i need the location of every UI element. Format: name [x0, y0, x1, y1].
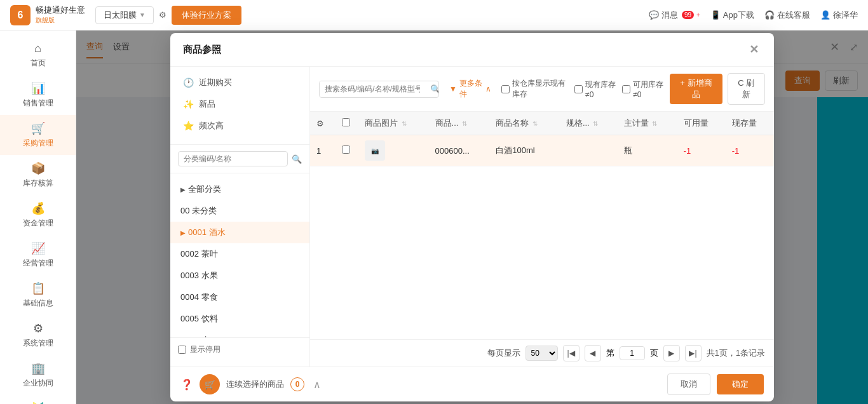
sidebar-label-finance: 资金管理 [23, 218, 53, 229]
first-page-btn[interactable]: |◀ [563, 345, 580, 361]
th-unit-label: 主计量 [624, 118, 649, 128]
sidebar-item-purchase[interactable]: 🛒 采购管理 [0, 115, 76, 155]
quick-frequent[interactable]: ⭐ 频次高 [178, 115, 302, 137]
sidebar-item-system[interactable]: ⚙ 系统管理 [0, 315, 76, 355]
cancel-btn[interactable]: 取消 [667, 374, 710, 395]
sidebar-item-stock[interactable]: 📦 库存核算 [0, 155, 76, 195]
sidebar-label-stock: 库存核算 [23, 178, 53, 189]
usable-ne0-label[interactable]: 可用库存≠0 [622, 79, 665, 99]
stock-ne0-checkbox[interactable] [574, 85, 583, 93]
ops-icon: 📈 [31, 241, 45, 255]
cat-0004[interactable]: 0004 零食 [170, 286, 309, 308]
user-menu[interactable]: 👤 徐泽华 [820, 10, 858, 21]
th-name[interactable]: 商品名称 ⇅ [489, 112, 560, 135]
sidebar-item-finance[interactable]: 💰 资金管理 [0, 195, 76, 235]
cat-0001-label: 0001 酒水 [188, 227, 226, 238]
cat-0005[interactable]: 0005 饮料 [170, 308, 309, 330]
modal-close-btn[interactable]: ✕ [746, 42, 761, 57]
sidebar-item-guide[interactable]: 🔰 新手引导 [0, 395, 76, 404]
table-body: 1 📷 000600... 白酒100ml 瓶 -1 -1 [310, 135, 774, 166]
app-download-btn[interactable]: 📱 App下载 [710, 10, 754, 21]
cell-stock: -1 [726, 135, 774, 166]
per-page-label: 每页显示 [487, 347, 520, 359]
th-spec[interactable]: 规格... ⇅ [560, 112, 618, 135]
page-number-input[interactable] [620, 346, 645, 360]
collapse-footer-btn[interactable]: ∧ [313, 379, 321, 391]
help-icon[interactable]: ❓ [180, 379, 193, 391]
sidebar-item-enterprise[interactable]: 🏢 企业协同 [0, 355, 76, 395]
filter-icon: ▼ [449, 84, 457, 93]
arrow-icon: ▶ [180, 186, 186, 193]
th-img[interactable]: 商品图片 ⇅ [358, 112, 429, 135]
messages-btn[interactable]: 💬 消息 99 [649, 10, 700, 21]
warehouse-check-label[interactable]: 按仓库显示现有库存 [501, 78, 569, 100]
per-page-select[interactable]: 50 10 20 100 [526, 346, 558, 361]
trial-btn[interactable]: 体验行业方案 [172, 6, 241, 25]
th-unit[interactable]: 主计量 ⇅ [618, 112, 677, 135]
cat-0008[interactable]: 0008 水 [170, 330, 309, 337]
sidebar-item-basic[interactable]: 📋 基础信息 [0, 275, 76, 315]
th-code[interactable]: 商品... ⇅ [429, 112, 490, 135]
cat-0005-label: 0005 饮料 [180, 313, 218, 325]
top-nav: 6 畅捷通好生意 旗舰版 日太阳膜 ▼ ⚙ 体验行业方案 💬 消息 99 📱 A… [0, 0, 868, 30]
th-gear[interactable]: ⚙ [310, 112, 336, 135]
headset-icon: 🎧 [764, 10, 775, 20]
row-checkbox[interactable] [342, 145, 350, 154]
last-page-btn[interactable]: ▶| [685, 345, 702, 361]
cat-00[interactable]: 00 未分类 [170, 200, 309, 222]
modal-title: 商品参照 [183, 44, 221, 56]
refresh-btn[interactable]: C 刷新 [728, 73, 765, 105]
page-word2: 页 [650, 347, 658, 359]
select-all-checkbox[interactable] [342, 118, 350, 126]
cat-all[interactable]: ▶ 全部分类 [170, 178, 309, 200]
quick-recent[interactable]: 🕐 近期购买 [178, 72, 302, 93]
home-icon: ⌂ [34, 42, 41, 55]
cat-active-arrow: ▶ [180, 229, 186, 236]
cell-seq: 1 [310, 135, 336, 166]
modal-header: 商品参照 ✕ [170, 33, 774, 67]
filter-more-btn[interactable]: ▼ 更多条件 ∧ [444, 76, 496, 102]
cat-0003[interactable]: 0003 水果 [170, 265, 309, 286]
right-panel: 🔍 ▼ 更多条件 ∧ 按仓库显示现有库存 [310, 67, 774, 367]
product-search-input[interactable] [320, 81, 425, 97]
cat-0001[interactable]: ▶ 0001 酒水 [170, 222, 309, 243]
sidebar-label-basic: 基础信息 [23, 298, 53, 309]
next-page-btn[interactable]: ▶ [663, 345, 680, 361]
category-search-input[interactable] [178, 151, 288, 166]
product-search-box: 🔍 [319, 81, 439, 98]
cell-code: 000600... [429, 135, 490, 166]
stock-ne0-label[interactable]: 现有库存≠0 [574, 79, 617, 99]
user-icon: 👤 [820, 10, 831, 20]
sidebar-item-sales[interactable]: 📊 销售管理 [0, 75, 76, 115]
nav-right: 💬 消息 99 📱 App下载 🎧 在线客服 👤 徐泽华 [649, 10, 858, 21]
warehouse-check-text: 按仓库显示现有库存 [512, 78, 569, 100]
logo-area: 6 畅捷通好生意 旗舰版 [10, 5, 85, 25]
sort-icon-img: ⇅ [402, 120, 407, 127]
confirm-btn[interactable]: 确定 [717, 374, 764, 394]
usable-ne0-checkbox[interactable] [622, 85, 630, 93]
prev-page-btn[interactable]: ◀ [585, 345, 601, 361]
th-usable: 可用量 [677, 112, 726, 135]
purchase-icon: 🛒 [31, 121, 45, 135]
store-selector[interactable]: 日太阳膜 ▼ [95, 6, 154, 24]
left-panel: 🕐 近期购买 ✨ 新品 ⭐ 频次高 [170, 67, 310, 367]
sidebar-item-home[interactable]: ⌂ 首页 [0, 36, 76, 75]
table-row[interactable]: 1 📷 000600... 白酒100ml 瓶 -1 -1 [310, 135, 774, 166]
cell-check[interactable] [336, 135, 358, 166]
quick-new[interactable]: ✨ 新品 [178, 93, 302, 115]
cat-0002[interactable]: 0002 茶叶 [170, 243, 309, 265]
show-disabled-checkbox[interactable] [178, 346, 186, 354]
pagination-bar: 每页显示 50 10 20 100 |◀ ◀ 第 页 [310, 339, 774, 367]
sidebar-item-ops[interactable]: 📈 经营管理 [0, 235, 76, 275]
cart-btn[interactable]: 🛒 [200, 374, 220, 394]
sidebar-label-purchase: 采购管理 [23, 138, 53, 149]
search-icon[interactable]: 🔍 [292, 154, 302, 164]
product-search-btn[interactable]: 🔍 [425, 81, 439, 97]
gear-icon[interactable]: ⚙ [316, 119, 324, 128]
quick-recent-label: 近期购买 [199, 77, 232, 88]
settings-icon[interactable]: ⚙ [159, 10, 166, 20]
add-product-btn[interactable]: + 新增商品 [670, 74, 722, 104]
filter-up-icon: ∧ [485, 84, 491, 93]
customer-service-btn[interactable]: 🎧 在线客服 [764, 10, 810, 21]
warehouse-checkbox[interactable] [501, 85, 510, 93]
